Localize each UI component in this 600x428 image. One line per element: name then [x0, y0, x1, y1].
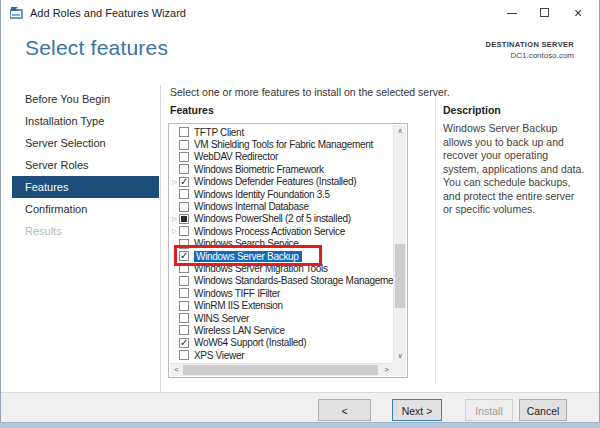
feature-label: Windows Process Activation Service [194, 226, 345, 237]
feature-label: TFTP Client [194, 127, 244, 138]
annotation-highlight-box [174, 245, 322, 266]
feature-row[interactable]: ▷✓Windows Defender Features (Installed) [170, 176, 394, 188]
scroll-left-icon[interactable]: < [170, 364, 183, 376]
feature-row[interactable]: VM Shielding Tools for Fabric Management [170, 138, 394, 150]
feature-checkbox[interactable] [179, 140, 189, 150]
feature-label: VM Shielding Tools for Fabric Management [194, 139, 373, 150]
close-button[interactable]: × [563, 0, 593, 26]
feature-row[interactable]: Windows Biometric Framework [170, 163, 394, 175]
next-button[interactable]: Next > [392, 399, 442, 421]
feature-row[interactable]: Windows TIFF IFilter [170, 287, 394, 299]
sidebar-item-features[interactable]: Features [12, 176, 159, 198]
horizontal-scrollbar-thumb[interactable] [183, 365, 378, 375]
feature-row[interactable]: WinRM IIS Extension [170, 299, 394, 311]
feature-label: Windows Identity Foundation 3.5 [194, 189, 330, 200]
feature-label: WINS Server [194, 313, 249, 324]
feature-checkbox[interactable] [179, 214, 189, 224]
destination-server-value: DC1.contoso.com [486, 51, 574, 60]
feature-checkbox[interactable]: ✓ [179, 177, 189, 187]
window-bottom-edge [0, 422, 600, 428]
minimize-icon [507, 13, 517, 14]
feature-label: Windows Biometric Framework [194, 164, 324, 175]
description-text: Windows Server Backup allows you to back… [443, 122, 585, 217]
feature-label: Windows PowerShell (2 of 5 installed) [194, 213, 351, 224]
feature-label: Windows Standards-Based Storage Manageme… [194, 275, 394, 286]
feature-checkbox[interactable]: ✓ [179, 338, 189, 348]
feature-row[interactable]: TFTP Client [170, 126, 394, 138]
cancel-button[interactable]: Cancel [519, 399, 567, 421]
indeterminate-icon [181, 216, 187, 222]
feature-row[interactable]: ✓WoW64 Support (Installed) [170, 337, 394, 349]
horizontal-scrollbar[interactable]: < > [170, 363, 393, 376]
maximize-button[interactable] [530, 0, 560, 26]
scroll-right-icon[interactable]: > [380, 364, 393, 376]
feature-label: WoW64 Support (Installed) [194, 337, 306, 348]
sidebar-item-server-roles[interactable]: Server Roles [12, 154, 159, 176]
expand-arrow-icon[interactable]: ▷ [170, 225, 179, 237]
feature-row[interactable]: XPS Viewer [170, 349, 394, 361]
feature-checkbox[interactable] [179, 301, 189, 311]
title-bar[interactable]: Add Roles and Features Wizard × [1, 0, 599, 26]
expand-arrow-icon[interactable]: ▷ [170, 213, 179, 225]
sidebar-item-confirmation[interactable]: Confirmation [12, 198, 159, 220]
feature-row[interactable]: ▷Windows PowerShell (2 of 5 installed) [170, 213, 394, 225]
feature-checkbox[interactable] [179, 127, 189, 137]
scrollbar-corner [393, 363, 406, 376]
feature-label: Windows Internal Database [194, 201, 309, 212]
wizard-window: Add Roles and Features Wizard × Select f… [0, 0, 600, 428]
description-label: Description [443, 104, 501, 116]
sidebar-item-installation-type[interactable]: Installation Type [12, 110, 159, 132]
features-list-label: Features [170, 104, 214, 116]
feature-label: XPS Viewer [194, 350, 244, 361]
feature-checkbox[interactable] [179, 226, 189, 236]
wizard-steps-nav: Before You BeginInstallation TypeServer … [12, 88, 159, 242]
destination-server-block: DESTINATION SERVER DC1.contoso.com [486, 40, 574, 60]
maximize-icon [540, 8, 549, 17]
sidebar-item-server-selection[interactable]: Server Selection [12, 132, 159, 154]
checkmark-icon: ✓ [180, 337, 188, 349]
feature-label: WebDAV Redirector [194, 151, 278, 162]
minimize-button[interactable] [497, 0, 527, 26]
feature-checkbox[interactable] [179, 288, 189, 298]
feature-label: WinRM IIS Extension [194, 300, 283, 311]
sidebar-item-before-you-begin[interactable]: Before You Begin [12, 88, 159, 110]
close-icon: × [574, 5, 582, 21]
wizard-app-icon [10, 7, 24, 19]
sidebar-divider [160, 85, 161, 392]
feature-checkbox[interactable] [179, 350, 189, 360]
feature-label: Windows TIFF IFilter [194, 288, 280, 299]
feature-row[interactable]: Wireless LAN Service [170, 324, 394, 336]
vertical-scrollbar[interactable]: ∧ ∨ [393, 125, 406, 363]
instruction-text: Select one or more features to install o… [170, 86, 450, 98]
feature-checkbox[interactable] [179, 152, 189, 162]
feature-row[interactable]: WINS Server [170, 312, 394, 324]
feature-row[interactable]: WebDAV Redirector [170, 151, 394, 163]
feature-row[interactable]: Windows Identity Foundation 3.5 [170, 188, 394, 200]
checkmark-icon: ✓ [180, 176, 188, 188]
scroll-up-icon[interactable]: ∧ [394, 125, 406, 138]
feature-row[interactable]: Windows Internal Database [170, 200, 394, 212]
feature-checkbox[interactable] [179, 164, 189, 174]
feature-row[interactable]: ▷Windows Process Activation Service [170, 225, 394, 237]
install-button[interactable]: Install [465, 399, 513, 421]
feature-checkbox[interactable] [179, 189, 189, 199]
feature-checkbox[interactable] [179, 313, 189, 323]
feature-checkbox[interactable] [179, 202, 189, 212]
expand-arrow-icon[interactable]: ▷ [170, 176, 179, 188]
destination-server-label: DESTINATION SERVER [486, 40, 574, 49]
feature-label: Windows Defender Features (Installed) [194, 176, 356, 187]
feature-checkbox[interactable] [179, 276, 189, 286]
feature-row[interactable]: Windows Standards-Based Storage Manageme… [170, 275, 394, 287]
footer-bar: < PreviousNext >InstallCancel [1, 393, 599, 422]
description-divider [435, 96, 436, 384]
sidebar-item-results: Results [12, 220, 159, 242]
feature-label: Wireless LAN Service [194, 325, 285, 336]
feature-checkbox[interactable] [179, 325, 189, 335]
scroll-down-icon[interactable]: ∨ [394, 350, 406, 363]
vertical-scrollbar-thumb[interactable] [395, 244, 405, 308]
page-title: Select features [25, 36, 168, 60]
window-title: Add Roles and Features Wizard [30, 0, 186, 26]
previous-button[interactable]: < Previous [318, 399, 371, 421]
